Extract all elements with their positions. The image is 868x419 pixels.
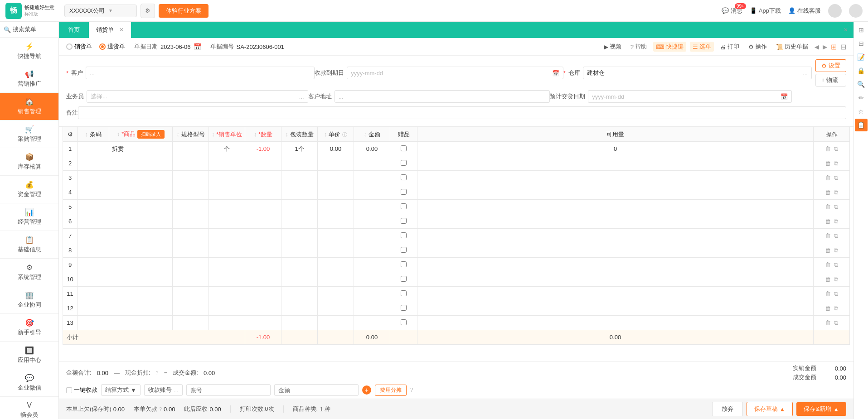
cell-barcode[interactable] xyxy=(78,200,109,214)
calendar-icon[interactable]: 📅 xyxy=(194,43,201,50)
cell-price[interactable] xyxy=(318,301,354,316)
customer-address-input[interactable]: ... xyxy=(335,90,550,103)
sidebar-item-operation[interactable]: 📊 经营管理 xyxy=(0,203,58,231)
cell-barcode[interactable] xyxy=(78,272,109,287)
cell-barcode[interactable] xyxy=(78,156,109,171)
delete-icon[interactable]: 🗑 xyxy=(825,261,831,268)
cell-spec[interactable] xyxy=(173,171,209,185)
cell-spec[interactable] xyxy=(173,287,209,301)
cell-unit[interactable] xyxy=(209,287,245,301)
sidebar-item-system[interactable]: ⚙ 系统管理 xyxy=(0,259,58,286)
sidebar-search[interactable]: 🔍 搜索菜单 xyxy=(0,22,58,38)
cell-quantity[interactable] xyxy=(245,156,281,171)
cell-spec[interactable] xyxy=(173,142,209,156)
cell-unit[interactable] xyxy=(209,214,245,229)
cell-gift[interactable] xyxy=(390,243,417,258)
cell-amount[interactable]: 0.00 xyxy=(354,142,390,156)
cell-pack-qty[interactable] xyxy=(281,214,318,229)
delete-icon[interactable]: 🗑 xyxy=(825,174,831,181)
sidebar-item-marketing[interactable]: 📢 营销推广 xyxy=(0,65,58,93)
copy-icon[interactable]: ⧉ xyxy=(834,290,838,297)
delete-icon[interactable]: 🗑 xyxy=(825,276,831,283)
sidebar-item-guide[interactable]: 🎯 新手引导 xyxy=(0,314,58,342)
cell-barcode[interactable] xyxy=(78,185,109,200)
copy-icon[interactable]: ⧉ xyxy=(834,232,838,239)
delete-icon[interactable]: 🗑 xyxy=(825,290,831,297)
online-service-btn[interactable]: 👤 在线客服 xyxy=(788,7,821,15)
cell-gift[interactable] xyxy=(390,316,417,330)
fee-help-icon[interactable]: ? xyxy=(410,387,413,393)
copy-icon[interactable]: ⧉ xyxy=(834,276,838,283)
cell-quantity[interactable] xyxy=(245,200,281,214)
copy-icon[interactable]: ⧉ xyxy=(834,189,838,196)
cell-unit[interactable] xyxy=(209,316,245,330)
cell-quantity[interactable] xyxy=(245,258,281,272)
cell-spec[interactable] xyxy=(173,258,209,272)
cell-product[interactable] xyxy=(109,316,173,330)
cell-gift[interactable] xyxy=(390,171,417,185)
price-info-icon[interactable]: ⓘ xyxy=(342,132,347,137)
cell-unit[interactable] xyxy=(209,229,245,243)
nav-prev-icon[interactable]: ◀ xyxy=(815,43,819,50)
cell-pack-qty[interactable] xyxy=(281,316,318,330)
cell-product[interactable] xyxy=(109,229,173,243)
copy-icon[interactable]: ⧉ xyxy=(834,160,838,167)
cell-gift[interactable] xyxy=(390,214,417,229)
radio-sale[interactable]: 销货单 xyxy=(66,43,92,51)
warehouse-input[interactable]: 建材仓 ... xyxy=(583,67,812,79)
sidebar-item-enterprise[interactable]: 🏢 企业协同 xyxy=(0,286,58,314)
save-draft-btn[interactable]: 保存草稿 ▲ xyxy=(747,402,793,416)
settings-form-btn[interactable]: ⚙ 设置 xyxy=(815,59,846,72)
cell-price[interactable] xyxy=(318,229,354,243)
cell-product[interactable] xyxy=(109,200,173,214)
copy-icon[interactable]: ⧉ xyxy=(834,261,838,268)
cell-spec[interactable] xyxy=(173,156,209,171)
cell-barcode[interactable] xyxy=(78,214,109,229)
cell-product[interactable] xyxy=(109,272,173,287)
message-btn[interactable]: 💬 消息 99+ xyxy=(722,7,742,15)
sidebar-item-sales[interactable]: 🏠 销售管理 xyxy=(0,93,58,120)
sidebar-item-purchase[interactable]: 🛒 采购管理 xyxy=(0,120,58,148)
cell-unit[interactable] xyxy=(209,171,245,185)
cell-unit[interactable] xyxy=(209,258,245,272)
cell-unit[interactable] xyxy=(209,301,245,316)
cell-gift[interactable] xyxy=(390,301,417,316)
delete-icon[interactable]: 🗑 xyxy=(825,247,831,254)
cell-quantity[interactable] xyxy=(245,229,281,243)
logistics-btn[interactable]: + 物流 xyxy=(815,74,846,87)
cell-amount[interactable] xyxy=(354,200,390,214)
tab-sale-order[interactable]: 销货单 ✕ xyxy=(89,22,131,38)
cell-barcode[interactable] xyxy=(78,142,109,156)
layout-list-icon[interactable]: ⊟ xyxy=(840,43,846,51)
cell-product[interactable] xyxy=(109,185,173,200)
delete-icon[interactable]: 🗑 xyxy=(825,232,831,239)
cell-unit[interactable] xyxy=(209,243,245,258)
cell-gift[interactable] xyxy=(390,229,417,243)
radio-return[interactable]: 退货单 xyxy=(99,43,125,51)
customer-input[interactable]: ... xyxy=(86,67,315,79)
cell-product[interactable] xyxy=(109,287,173,301)
cell-price[interactable] xyxy=(318,243,354,258)
payment-date-input[interactable]: yyyy-mm-dd 📅 xyxy=(347,67,563,79)
cell-pack-qty[interactable] xyxy=(281,185,318,200)
right-icon-lock[interactable]: 🔒 xyxy=(855,64,868,77)
right-icon-orange[interactable]: 📋 xyxy=(855,119,868,131)
table-container[interactable]: ⚙ ↕ 条码 ↕ *商品 扫码录入 xyxy=(63,127,850,361)
expected-date-input[interactable]: yyyy-mm-dd 📅 xyxy=(588,90,792,103)
cell-barcode[interactable] xyxy=(78,229,109,243)
toolbar-print[interactable]: 🖨 打印 xyxy=(718,42,742,52)
cell-pack-qty[interactable] xyxy=(281,200,318,214)
delete-icon[interactable]: 🗑 xyxy=(825,203,831,210)
cell-amount[interactable] xyxy=(354,272,390,287)
cell-price[interactable] xyxy=(318,200,354,214)
toolbar-history[interactable]: 📜 历史单据 xyxy=(773,42,811,52)
cell-price[interactable] xyxy=(318,171,354,185)
cell-quantity[interactable] xyxy=(245,214,281,229)
cell-pack-qty[interactable] xyxy=(281,229,318,243)
scan-btn[interactable]: 扫码录入 xyxy=(137,130,165,139)
cell-spec[interactable] xyxy=(173,200,209,214)
copy-icon[interactable]: ⧉ xyxy=(834,218,838,225)
cell-quantity[interactable] xyxy=(245,272,281,287)
cell-amount[interactable] xyxy=(354,229,390,243)
account-select[interactable]: 收款账号 ... xyxy=(144,384,183,396)
